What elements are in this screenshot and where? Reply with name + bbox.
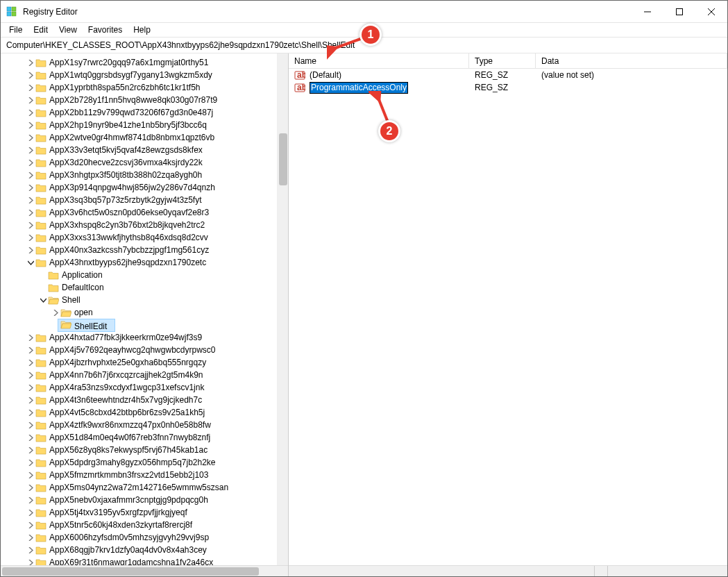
- tree-row[interactable]: AppX5ms04ynz2wa72m142716e5wmmw5szsan: [1, 481, 288, 494]
- tree-row[interactable]: AppX3v6hct5w0szn0pd06ekse0yqavf2e8r3: [1, 206, 288, 219]
- tree-row[interactable]: AppX5nebv0xjaxafmmr3cnptgjg9pdpqcg0h: [1, 494, 288, 506]
- tree-row[interactable]: AppX2b728y1f1nn5hvq8wwe8qk030g07r87t9: [1, 94, 288, 106]
- menu-help[interactable]: Help: [128, 24, 156, 36]
- chevron-right-icon[interactable]: [26, 70, 35, 80]
- chevron-right-icon[interactable]: [26, 520, 35, 530]
- col-header-type[interactable]: Type: [469, 53, 536, 68]
- tree-row[interactable]: AppX2wtve0gr4hmwf8741db8nbmx1qpzt6vb: [1, 131, 288, 144]
- chevron-right-icon[interactable]: [26, 358, 35, 367]
- tree-row[interactable]: AppX69r31t6nmawqr1gdamcshna1fy2a46cx: [1, 556, 288, 565]
- chevron-right-icon[interactable]: [26, 433, 35, 442]
- tree-row[interactable]: AppX5tj4txv3195yv5xrgfzpvfjjrkgjyeqf: [1, 506, 288, 519]
- chevron-right-icon[interactable]: [26, 333, 35, 342]
- tree-row[interactable]: AppX4nn7b6h7j6rxcqzrcajjhek2gt5m4k9n: [1, 369, 288, 381]
- chevron-right-icon[interactable]: [26, 533, 35, 542]
- tree-row[interactable]: AppX3p914qnpgw4hwj856jw2y286v7d4qnzh: [1, 181, 288, 194]
- chevron-down-icon[interactable]: [38, 295, 48, 305]
- menu-file[interactable]: File: [3, 24, 28, 36]
- chevron-right-icon[interactable]: [26, 95, 35, 105]
- tree-row[interactable]: open: [1, 306, 288, 319]
- tree-row[interactable]: AppX56z8yq8ks7ekwyspf5rvj67h45kab1ac: [1, 444, 288, 456]
- tree-row[interactable]: AppX3xhspq8c2yn3b76bxt2b8jkqveh2trc2: [1, 219, 288, 231]
- tree-row[interactable]: AppX3xxs313wwkfjhythsb8q46xdsq8d2cvv: [1, 231, 288, 244]
- tree-vertical-scrollbar[interactable]: [277, 53, 288, 565]
- value-name-cell[interactable]: ProgrammaticAccessOnly: [289, 81, 469, 94]
- tree-row[interactable]: AppX6006hzyfsdm0v5mhzsyjgvyh29vvj9sp: [1, 531, 288, 544]
- chevron-right-icon[interactable]: [26, 108, 35, 117]
- maximize-button[interactable]: [663, 1, 695, 22]
- chevron-right-icon[interactable]: [26, 420, 35, 430]
- tree-row[interactable]: AppX68qgjb7krv1dzfy0aq4dv0v8x4ah3cey: [1, 544, 288, 556]
- tree-row[interactable]: AppX2bb11z9v799qwd73206f67gd3n0e487j: [1, 106, 288, 119]
- tree-vscroll-thumb[interactable]: [279, 133, 287, 185]
- value-row[interactable]: ProgrammaticAccessOnlyREG_SZ: [289, 81, 727, 94]
- tree-scroll[interactable]: AppX1sy7rwrc20gqq97a6x1mgmjat0rthy51AppX…: [1, 53, 288, 565]
- chevron-right-icon[interactable]: [26, 508, 35, 517]
- tree-row[interactable]: AppX3sq3bq57p73z5rzbytk2gyjw4t3z5fyt: [1, 194, 288, 206]
- chevron-right-icon[interactable]: [26, 83, 35, 92]
- chevron-right-icon[interactable]: [26, 395, 35, 405]
- value-name-cell[interactable]: (Default): [289, 69, 469, 81]
- col-header-data[interactable]: Data: [536, 53, 727, 68]
- chevron-right-icon[interactable]: [26, 458, 35, 467]
- chevron-right-icon[interactable]: [26, 195, 35, 205]
- chevron-right-icon[interactable]: [26, 558, 35, 565]
- chevron-right-icon[interactable]: [26, 383, 35, 392]
- menu-favorites[interactable]: Favorites: [83, 24, 128, 36]
- tree-row[interactable]: AppX3nhgtpx3f50tjt8tb388h02zqa8ygh0h: [1, 169, 288, 181]
- tree-row[interactable]: AppX4hxtad77fbk3jkkeerkrm0ze94wjf3s9: [1, 331, 288, 344]
- values-horizontal-scrollbar[interactable]: [289, 565, 727, 576]
- chevron-right-icon[interactable]: [26, 58, 35, 67]
- tree-row[interactable]: AppX4ztfk9wxr86nxmzzq47px0nh0e58b8fw: [1, 419, 288, 431]
- tree-row[interactable]: AppX4j5v7692qeayhwcg2qhwgwbcdyrpwsc0: [1, 344, 288, 356]
- chevron-right-icon[interactable]: [26, 495, 35, 505]
- tree-row[interactable]: AppX4t3n6teewhtndzr4h5x7vg9jcjkedh7c: [1, 394, 288, 406]
- tree-row[interactable]: AppX5tnr5c60kj48xden3zkyrtaf8rercj8f: [1, 519, 288, 531]
- chevron-right-icon[interactable]: [51, 308, 60, 317]
- tree-row[interactable]: Shell: [1, 294, 288, 306]
- tree-row[interactable]: ShellEdit: [1, 319, 288, 331]
- tree-row[interactable]: AppX43hnxtbyyps62jhe9sqpdzxn1790zetc: [1, 256, 288, 269]
- chevron-right-icon[interactable]: [26, 220, 35, 230]
- tree-row[interactable]: AppX4ra53nzs9xcdyxf1wgcp31xefscv1jnk: [1, 381, 288, 394]
- chevron-right-icon[interactable]: [26, 133, 35, 142]
- tree-row[interactable]: AppX2hp19nyr9be41zhe1nb5bry5jf3bcc6q: [1, 119, 288, 131]
- tree-row[interactable]: AppX51d84m0eq4w0f67reb3fnn7nwyb8znfj: [1, 431, 288, 444]
- chevron-right-icon[interactable]: [26, 245, 35, 255]
- tree-row[interactable]: AppX4jbzrhvphxte25e0gxha6bq555nrgqzy: [1, 356, 288, 369]
- chevron-right-icon[interactable]: [26, 345, 35, 355]
- chevron-down-icon[interactable]: [26, 258, 35, 267]
- tree-hscroll-thumb[interactable]: [2, 567, 259, 576]
- tree-row[interactable]: AppX40nx3azkcssh7ybcbzzjpgf1mg561cyz: [1, 244, 288, 256]
- menu-edit[interactable]: Edit: [28, 24, 53, 36]
- tree-row[interactable]: DefaultIcon: [1, 281, 288, 294]
- tree-row[interactable]: AppX5fmzmrtkmmbn3frsxz2vtd15ebb2j103: [1, 469, 288, 481]
- tree-row[interactable]: AppX4vt5c8cbxd42btbp6br6zs9v25a1kh5j: [1, 406, 288, 419]
- tree-row[interactable]: AppX1yprbth8spa55n2rc6zbh6tc1kr1tf5h: [1, 81, 288, 94]
- chevron-right-icon[interactable]: [26, 370, 35, 380]
- tree-horizontal-scrollbar[interactable]: [1, 565, 288, 576]
- chevron-right-icon[interactable]: [26, 158, 35, 167]
- minimize-button[interactable]: [632, 1, 663, 22]
- tree-row[interactable]: AppX5dpdrg3mahy8gyzx056hmp5q7jb2h2ke: [1, 456, 288, 469]
- close-button[interactable]: [695, 1, 727, 22]
- value-name-editing[interactable]: ProgrammaticAccessOnly: [310, 82, 408, 94]
- chevron-right-icon[interactable]: [26, 208, 35, 217]
- chevron-right-icon[interactable]: [26, 233, 35, 242]
- chevron-right-icon[interactable]: [26, 183, 35, 192]
- chevron-right-icon[interactable]: [26, 470, 35, 480]
- col-header-name[interactable]: Name: [289, 53, 469, 68]
- chevron-right-icon[interactable]: [26, 120, 35, 130]
- menu-view[interactable]: View: [53, 24, 83, 36]
- tree-row[interactable]: AppX3d20hecve2zcsvj36vmxa4ksjrdy22k: [1, 156, 288, 169]
- chevron-right-icon[interactable]: [26, 545, 35, 555]
- tree-row[interactable]: AppX1sy7rwrc20gqq97a6x1mgmjat0rthy51: [1, 56, 288, 69]
- tree-row[interactable]: AppX33v3etqt5kvj5qvaf4z8ewzgsds8kfex: [1, 144, 288, 156]
- chevron-right-icon[interactable]: [26, 170, 35, 180]
- value-row[interactable]: (Default)REG_SZ(value not set): [289, 69, 727, 81]
- chevron-right-icon[interactable]: [26, 408, 35, 417]
- chevron-right-icon[interactable]: [26, 483, 35, 492]
- tree-row[interactable]: Application: [1, 269, 288, 281]
- chevron-right-icon[interactable]: [26, 445, 35, 455]
- chevron-right-icon[interactable]: [26, 145, 35, 155]
